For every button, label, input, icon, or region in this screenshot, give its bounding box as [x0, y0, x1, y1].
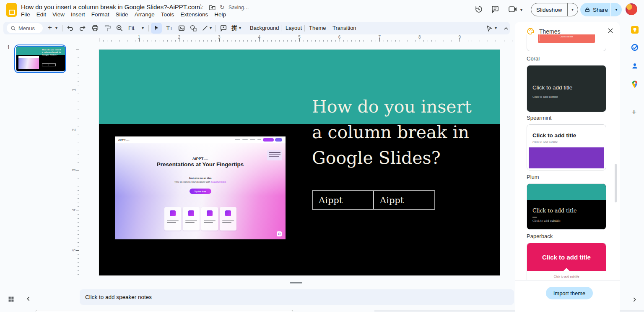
layout-button[interactable]: Layout: [286, 25, 302, 31]
slide-thumbnail[interactable]: How do you inserta column break inGoogle…: [14, 45, 66, 73]
rail-divider: [629, 98, 640, 98]
new-slide-button[interactable]: +: [48, 24, 52, 32]
slide-table[interactable]: Aippt Aippt: [312, 190, 435, 210]
panel-scrollbar[interactable]: [615, 164, 617, 202]
insert-line-caret[interactable]: ▾: [210, 26, 212, 30]
version-history-icon[interactable]: [475, 5, 483, 13]
menu-help[interactable]: Help: [214, 11, 226, 18]
slide-title-textbox[interactable]: How do you insert a column break in Goog…: [312, 94, 496, 171]
vertical-ruler[interactable]: 12345: [74, 42, 80, 286]
theme-card-spearmint[interactable]: Click to add title Click to add subtitle: [527, 65, 606, 112]
theme-label-paperback: Paperback: [527, 233, 553, 239]
lock-icon: [584, 7, 590, 13]
zoom-icon[interactable]: [116, 24, 123, 32]
site-logo: AiPPT.com: [115, 157, 286, 161]
menus-label: Menus: [18, 25, 35, 31]
select-tool-active[interactable]: [151, 23, 162, 34]
move-to-folder-icon[interactable]: [208, 4, 216, 11]
star-icon[interactable]: ☆: [197, 3, 204, 11]
grid-view-icon[interactable]: [8, 296, 15, 303]
show-side-panel-icon[interactable]: [631, 296, 638, 303]
ruler-number: 5: [72, 249, 76, 252]
menu-format[interactable]: Format: [91, 11, 109, 18]
themes-panel-title: Themes: [539, 28, 561, 35]
menu-file[interactable]: File: [21, 11, 30, 18]
meet-caret-icon[interactable]: ▾: [520, 8, 522, 12]
maps-icon[interactable]: [631, 80, 639, 89]
share-button[interactable]: Share ▾: [580, 3, 622, 16]
get-add-ons-icon[interactable]: +: [631, 107, 636, 117]
document-title[interactable]: How do you insert a column break in Goog…: [21, 3, 200, 10]
notes-resize-handle[interactable]: [290, 282, 302, 283]
table-cell[interactable]: Aippt: [313, 191, 373, 209]
transition-button[interactable]: Transition: [332, 25, 356, 31]
slideshow-button[interactable]: Slideshow ▾: [531, 3, 578, 16]
pointer-mode-icon[interactable]: [486, 24, 493, 32]
site-feature-card: [183, 207, 200, 231]
embedded-website-image[interactable]: AiPPT.com AiPPT.com Presentations at You…: [115, 136, 286, 239]
theme-card-pink[interactable]: Click to add title Click to add subtitle: [527, 243, 606, 281]
title-line: How do you insert: [312, 94, 496, 120]
paperback-teal-band: [527, 184, 606, 200]
comments-icon[interactable]: [491, 5, 499, 13]
pink-placeholder-subtitle: Click to add subtitle: [527, 275, 606, 278]
zoom-fit-caret[interactable]: ▾: [142, 26, 144, 30]
input-tools-caret[interactable]: ▾: [239, 26, 241, 30]
undo-icon[interactable]: [66, 24, 74, 32]
input-tools-icon[interactable]: 拼: [231, 24, 237, 32]
theme-card-coral[interactable]: Click to add title: [527, 34, 606, 51]
ruler-ticks: [99, 38, 512, 42]
plum-color-block: [529, 147, 604, 168]
meet-camera-icon[interactable]: [508, 5, 517, 13]
contacts-icon[interactable]: [631, 62, 639, 70]
ruler-number: 6: [338, 35, 341, 39]
menu-arrange[interactable]: Arrange: [135, 11, 155, 18]
menu-slide[interactable]: Slide: [116, 11, 128, 18]
menu-view[interactable]: View: [52, 11, 65, 18]
insert-comment-icon[interactable]: [220, 24, 227, 32]
site-feature-card: [220, 207, 236, 231]
account-avatar[interactable]: [626, 3, 637, 15]
paint-format-icon[interactable]: [104, 24, 112, 32]
menu-edit[interactable]: Edit: [36, 11, 46, 18]
background-button[interactable]: Background: [250, 25, 279, 31]
keep-icon[interactable]: [631, 26, 639, 34]
insert-shape-icon[interactable]: [190, 24, 197, 32]
theme-button[interactable]: Theme: [309, 25, 326, 31]
menu-extensions[interactable]: Extensions: [180, 11, 208, 18]
share-caret[interactable]: ▾: [610, 3, 622, 16]
slide-canvas[interactable]: How do you insert a column break in Goog…: [99, 50, 500, 275]
pointer-mode-caret[interactable]: ▾: [495, 26, 497, 30]
menu-tools[interactable]: Tools: [161, 11, 174, 18]
site-upgrade-pill: [263, 138, 274, 142]
pink-notch: [564, 268, 569, 271]
share-label: Share: [593, 7, 608, 13]
collapse-filmstrip-icon[interactable]: [25, 296, 31, 302]
site-nav-item: [250, 139, 255, 140]
new-slide-caret[interactable]: ▾: [55, 26, 57, 30]
collapse-toolbar-icon[interactable]: [503, 26, 509, 31]
zoom-fit-dropdown[interactable]: Fit: [128, 25, 134, 31]
text-box-tool[interactable]: TT: [166, 24, 172, 32]
speaker-notes-input[interactable]: Click to add speaker notes: [80, 289, 514, 305]
paperback-placeholder-subtitle: Click to add subtitle: [532, 219, 561, 223]
coral-title-box: Click to add title: [538, 34, 595, 43]
slides-app-icon[interactable]: [6, 3, 17, 17]
menu-insert[interactable]: Insert: [71, 11, 85, 18]
redo-icon[interactable]: [79, 24, 86, 32]
import-theme-button[interactable]: Import theme: [546, 287, 593, 299]
close-icon[interactable]: [607, 27, 614, 34]
print-icon[interactable]: [91, 24, 99, 32]
slideshow-caret[interactable]: ▾: [567, 3, 578, 16]
thumb-website: [18, 56, 39, 69]
table-cell[interactable]: Aippt: [373, 191, 434, 209]
menus-search-button[interactable]: Menus: [7, 23, 43, 33]
theme-card-plum[interactable]: Click to add title Click to add subtitle: [527, 124, 606, 170]
tasks-icon[interactable]: [631, 43, 639, 52]
side-rail: +: [621, 20, 644, 312]
insert-line-icon[interactable]: [201, 24, 209, 32]
site-feature-card: [164, 207, 181, 231]
insert-image-icon[interactable]: [178, 24, 185, 32]
theme-card-paperback[interactable]: Click to add title Click to add subtitle: [527, 184, 606, 230]
horizontal-ruler[interactable]: 123456789: [80, 35, 515, 42]
